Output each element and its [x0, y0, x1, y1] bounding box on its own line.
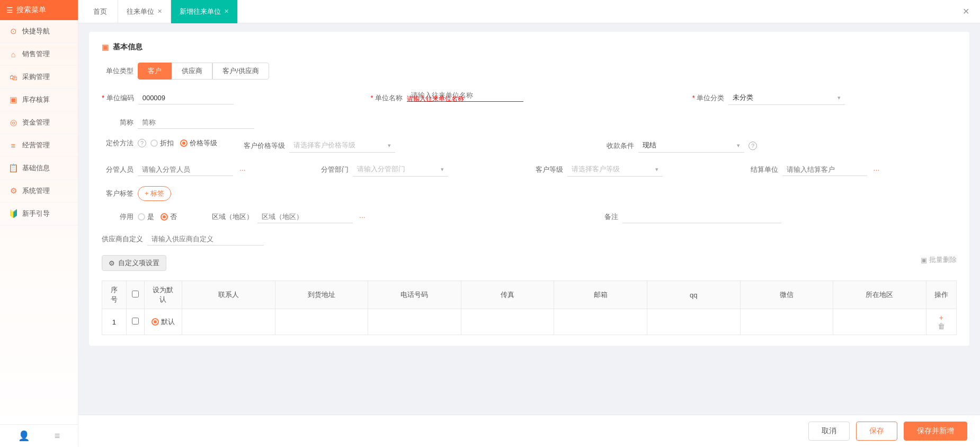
- pricing-radio-level[interactable]: 价格等级: [180, 138, 217, 148]
- contact-input[interactable]: [188, 318, 270, 326]
- type-btn-customer[interactable]: 客户: [138, 63, 172, 80]
- settle-unit-more-btn[interactable]: ···: [871, 165, 882, 174]
- abbr-input[interactable]: [138, 116, 254, 129]
- area-input[interactable]: [257, 211, 353, 223]
- main-content: 首页 往来单位 ✕ 新增往来单位 ✕ ✕ ▣ 基本信息 单位类型 客户: [78, 0, 980, 447]
- supplier-custom-input[interactable]: [147, 233, 264, 246]
- sidebar-item-quick-nav[interactable]: ⊙ 快捷导航: [0, 20, 78, 43]
- phone-input[interactable]: [373, 318, 456, 326]
- manager-input[interactable]: [138, 163, 233, 176]
- area-more-btn[interactable]: ···: [357, 213, 368, 221]
- type-btn-both[interactable]: 客户/供应商: [212, 63, 269, 80]
- batch-delete-btn[interactable]: ▣ 批量删除: [921, 255, 957, 265]
- row-add-btn[interactable]: +: [938, 313, 945, 322]
- col-email: 邮箱: [554, 281, 647, 309]
- sidebar-item-label: 快捷导航: [22, 27, 50, 36]
- disabled-radio-no[interactable]: 否: [161, 212, 177, 222]
- pricing-help-icon[interactable]: ?: [138, 139, 146, 147]
- yes-radio-circle: [138, 213, 145, 221]
- dept-chevron-icon: ▾: [441, 166, 444, 173]
- qq-input[interactable]: [653, 318, 735, 326]
- remark-input[interactable]: [622, 211, 781, 223]
- payment-group: 收款条件 现结 ▾ ?: [602, 138, 957, 153]
- row-default-radio[interactable]: 默认: [150, 317, 176, 327]
- tabs-close-all[interactable]: ✕: [956, 6, 976, 16]
- unit-code-group: 单位编码: [102, 92, 366, 104]
- contacts-table: 序号 设为默认 联系人 到货地址 电话号码 传真 邮箱 qq 微信 所在地区 操…: [102, 281, 957, 335]
- sidebar-item-guide[interactable]: 🔰 新手引导: [0, 203, 78, 225]
- tab-partners-close-icon[interactable]: ✕: [157, 8, 162, 15]
- basic-info-card: ▣ 基本信息 单位类型 客户 供应商 客户/供应商 单位编码: [89, 32, 969, 346]
- discount-label: 折扣: [160, 138, 174, 148]
- row-delete-btn[interactable]: 🗑: [936, 322, 947, 330]
- customize-label: 自定义项设置: [118, 258, 159, 268]
- customize-row: ⚙ 自定义项设置 ▣ 批量删除: [102, 255, 957, 276]
- row-qq[interactable]: [647, 309, 740, 335]
- tab-home[interactable]: 首页: [83, 0, 118, 23]
- region-input[interactable]: [839, 318, 921, 326]
- row-default: 默认: [144, 309, 182, 335]
- disabled-group: 停用 是 否: [102, 212, 208, 222]
- sidebar-item-operations[interactable]: ≡ 经营管理: [0, 134, 78, 157]
- tab-add-partner[interactable]: 新增往来单位 ✕: [171, 0, 238, 23]
- unit-code-input[interactable]: [138, 92, 234, 104]
- finance-icon: ◎: [8, 118, 18, 127]
- sidebar-item-system[interactable]: ⚙ 系统管理: [0, 180, 78, 203]
- wechat-input[interactable]: [746, 318, 828, 326]
- save-button[interactable]: 保存: [856, 422, 897, 441]
- code-name-category-row: 单位编码 单位名称 请输入往来单位名称 单位分类 未分类 ▾: [102, 89, 957, 107]
- unit-category-select[interactable]: 未分类 ▾: [728, 91, 845, 105]
- disabled-area-row: 停用 是 否 区域（地区） ···: [102, 211, 957, 223]
- unit-type-label: 单位类型: [102, 66, 133, 76]
- row-checkbox: [126, 309, 144, 335]
- sidebar-item-purchase[interactable]: 🛍 采购管理: [0, 66, 78, 89]
- type-btn-supplier[interactable]: 供应商: [172, 63, 212, 80]
- row-phone[interactable]: [368, 309, 461, 335]
- row-fax[interactable]: [461, 309, 554, 335]
- payment-chevron-icon: ▾: [737, 142, 740, 149]
- address-input[interactable]: [281, 318, 363, 326]
- customize-btn[interactable]: ⚙ 自定义项设置: [102, 255, 166, 271]
- area-label: 区域（地区）: [212, 212, 253, 222]
- section-title: ▣ 基本信息: [102, 42, 957, 52]
- sidebar-item-sales[interactable]: ⌂ 销售管理: [0, 43, 78, 66]
- email-input[interactable]: [559, 318, 642, 326]
- tab-partners[interactable]: 往来单位 ✕: [118, 0, 171, 23]
- pricing-group: 定价方法 ? 折扣 价格等级: [102, 138, 239, 148]
- dept-select[interactable]: 请输入分管部门 ▾: [353, 162, 448, 177]
- table-select-all[interactable]: [132, 291, 139, 297]
- sidebar-item-inventory[interactable]: ▣ 库存核算: [0, 89, 78, 111]
- row-wechat[interactable]: [740, 309, 833, 335]
- fax-input[interactable]: [467, 318, 549, 326]
- manager-more-btn[interactable]: ···: [237, 165, 248, 174]
- disabled-radio-yes[interactable]: 是: [138, 212, 154, 222]
- settle-unit-group: 结算单位 ···: [746, 163, 957, 176]
- sidebar-item-label: 资金管理: [22, 118, 50, 127]
- sidebar-item-finance[interactable]: ◎ 资金管理: [0, 111, 78, 134]
- col-no: 序号: [102, 281, 127, 309]
- pricing-radio-discount[interactable]: 折扣: [150, 138, 174, 148]
- row-email[interactable]: [554, 309, 647, 335]
- settle-unit-input[interactable]: [782, 163, 867, 176]
- row-region[interactable]: [833, 309, 926, 335]
- add-tag-button[interactable]: + 标签: [138, 186, 171, 201]
- pricing-row: 定价方法 ? 折扣 价格等级 客户价格等级: [102, 138, 957, 153]
- payment-select[interactable]: 现结 ▾: [638, 138, 744, 153]
- sidebar-item-basic-info[interactable]: 📋 基础信息: [0, 157, 78, 180]
- search-icon: ☰: [6, 6, 13, 14]
- payment-help-icon[interactable]: ?: [749, 142, 757, 150]
- search-menu-btn[interactable]: ☰ 搜索菜单: [0, 0, 78, 20]
- price-level-select[interactable]: 请选择客户价格等级 ▾: [289, 138, 395, 153]
- content-area: ▣ 基本信息 单位类型 客户 供应商 客户/供应商 单位编码: [78, 23, 980, 415]
- save-new-button[interactable]: 保存并新增: [904, 422, 967, 441]
- remark-label: 备注: [586, 212, 618, 222]
- cancel-button[interactable]: 取消: [808, 422, 850, 441]
- row-select[interactable]: [132, 318, 139, 325]
- row-address[interactable]: [275, 309, 368, 335]
- row-action: + 🗑: [926, 309, 956, 335]
- row-contact[interactable]: [182, 309, 275, 335]
- abbr-label: 简称: [102, 118, 133, 127]
- customer-level-select[interactable]: 请选择客户等级 ▾: [567, 162, 663, 177]
- supplier-custom-label: 供应商自定义: [102, 234, 143, 244]
- tab-add-partner-close-icon[interactable]: ✕: [224, 8, 229, 15]
